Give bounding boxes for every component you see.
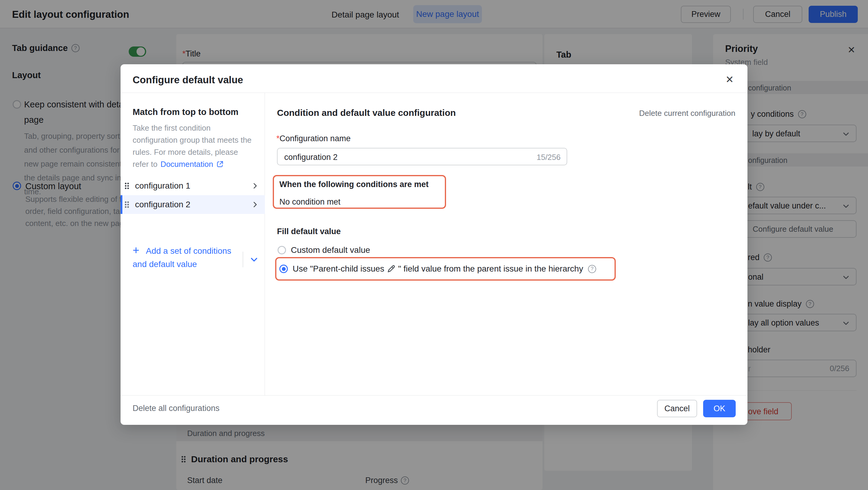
add-conditions-line-2: and default value xyxy=(133,259,197,269)
chevron-right-icon xyxy=(251,182,259,190)
condition-config-heading: Condition and default value configuratio… xyxy=(277,108,456,118)
parent-value-help-icon[interactable]: ? xyxy=(588,265,596,273)
collapse-chevron-icon[interactable] xyxy=(250,255,258,264)
custom-default-value-option[interactable]: Custom default value xyxy=(278,245,370,255)
no-condition-met-text: No condition met xyxy=(279,197,341,207)
configuration-1-label: configuration 1 xyxy=(135,181,190,191)
custom-default-value-radio[interactable] xyxy=(278,246,286,254)
external-link-icon xyxy=(216,160,224,168)
configuration-1-row[interactable]: configuration 1 xyxy=(121,176,265,195)
modal-cancel-button-label: Cancel xyxy=(664,404,689,413)
plus-icon: + xyxy=(133,244,139,256)
modal-ok-button-label: OK xyxy=(713,404,725,413)
configuration-name-label: Configuration name xyxy=(280,134,351,143)
configuration-2-label: configuration 2 xyxy=(135,200,190,209)
match-order-description: Take the first condition configuration g… xyxy=(133,122,252,170)
fill-default-value-label: Fill default value xyxy=(277,227,341,236)
condition-met-heading: When the following conditions are met xyxy=(279,180,429,189)
delete-all-configurations-link[interactable]: Delete all configurations xyxy=(133,404,219,413)
required-mark: * xyxy=(276,134,280,143)
parent-value-radio[interactable] xyxy=(279,265,288,273)
modal-title: Configure default value xyxy=(133,74,243,86)
custom-default-value-label: Custom default value xyxy=(291,245,370,255)
modal-close-icon[interactable]: ✕ xyxy=(725,74,734,85)
app-window: Edit layout configuration Detail page la… xyxy=(0,0,868,490)
chevron-right-icon xyxy=(251,201,259,208)
configuration-name-input[interactable]: configuration 2 15/256 xyxy=(277,148,567,165)
parent-value-label: Use "Parent-child issues " field value f… xyxy=(293,264,583,273)
selected-indicator-bar xyxy=(121,195,122,214)
match-order-heading: Match from top to bottom xyxy=(133,107,239,117)
modal-cancel-button[interactable]: Cancel xyxy=(657,400,697,417)
configuration-name-counter: 15/256 xyxy=(536,153,561,162)
pencil-icon xyxy=(387,264,396,273)
configuration-name-label-row: *Configuration name xyxy=(276,134,350,143)
configuration-name-value: configuration 2 xyxy=(284,153,338,162)
add-conditions-line-1: Add a set of conditions xyxy=(146,246,231,256)
configure-default-value-modal: Configure default value ✕ Match from top… xyxy=(121,64,747,425)
modal-left-panel: Match from top to bottom Take the first … xyxy=(121,93,265,395)
delete-current-configuration-link[interactable]: Delete current configuration xyxy=(639,109,735,118)
configuration-2-row[interactable]: configuration 2 xyxy=(121,195,265,214)
documentation-link[interactable]: Documentation xyxy=(160,158,213,170)
parent-value-annotation-box: Use "Parent-child issues " field value f… xyxy=(275,257,616,281)
modal-ok-button[interactable]: OK xyxy=(703,400,736,417)
drag-handle-icon[interactable] xyxy=(124,200,130,209)
condition-annotation-box: When the following conditions are met No… xyxy=(273,175,446,209)
drag-handle-icon[interactable] xyxy=(124,181,130,191)
